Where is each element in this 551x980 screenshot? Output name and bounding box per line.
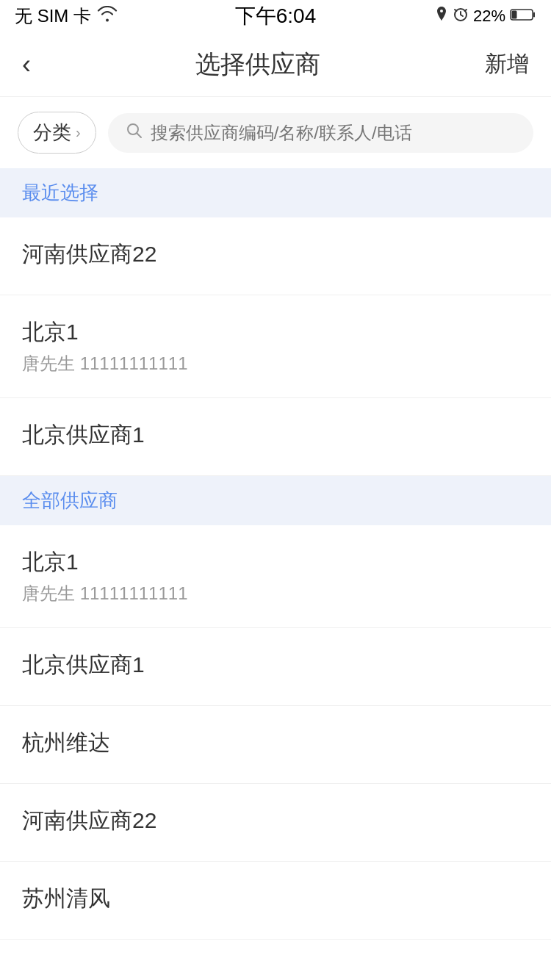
location-icon <box>435 6 448 26</box>
item-name: 苏州清风 <box>22 884 529 914</box>
item-name: 北京1 <box>22 547 529 577</box>
search-bar: 分类 › <box>0 97 551 168</box>
item-name: 河南供应商22 <box>22 239 529 270</box>
item-sub: 唐先生 11111111111 <box>22 582 529 605</box>
nav-bar: ‹ 选择供应商 新增 <box>0 32 551 97</box>
alarm-icon <box>453 6 469 26</box>
page-title: 选择供应商 <box>195 48 320 82</box>
recent-items-list: 河南供应商22北京1唐先生 11111111111北京供应商1 <box>0 217 551 476</box>
item-name: 北京1 <box>22 317 529 347</box>
list-item[interactable]: 河南供应商22 <box>0 784 551 862</box>
item-name: 北京供应商1 <box>22 420 529 450</box>
battery-icon <box>510 7 536 26</box>
status-left: 无 SIM 卡 <box>15 4 118 28</box>
list-item[interactable]: 苏州清风 <box>0 862 551 940</box>
filter-label: 分类 <box>33 120 71 145</box>
all-items-list: 北京1唐先生 11111111111北京供应商1杭州维达河南供应商22苏州清风 <box>0 525 551 940</box>
list-item[interactable]: 北京供应商1 <box>0 398 551 476</box>
back-button[interactable]: ‹ <box>22 49 31 80</box>
search-input-wrap[interactable] <box>108 113 533 153</box>
filter-button[interactable]: 分类 › <box>18 112 96 154</box>
add-button[interactable]: 新增 <box>485 49 529 79</box>
search-input[interactable] <box>151 123 516 143</box>
list-item[interactable]: 杭州维达 <box>0 706 551 784</box>
item-name: 杭州维达 <box>22 728 529 758</box>
filter-arrow-icon: › <box>76 124 81 141</box>
status-time: 下午6:04 <box>235 2 317 30</box>
item-sub: 唐先生 11111111111 <box>22 352 529 375</box>
recent-section-label: 最近选择 <box>22 181 98 203</box>
status-bar: 无 SIM 卡 下午6:04 22% <box>0 0 551 32</box>
search-icon <box>126 122 143 144</box>
list-item[interactable]: 北京供应商1 <box>0 628 551 706</box>
item-name: 北京供应商1 <box>22 650 529 680</box>
all-section-header: 全部供应商 <box>0 476 551 525</box>
recent-section-header: 最近选择 <box>0 168 551 217</box>
status-right: 22% <box>435 6 536 26</box>
svg-rect-2 <box>512 11 517 19</box>
all-section-label: 全部供应商 <box>22 489 118 511</box>
battery-text: 22% <box>473 7 505 26</box>
carrier-label: 无 SIM 卡 <box>15 4 91 28</box>
list-item[interactable]: 河南供应商22 <box>0 217 551 295</box>
wifi-icon <box>97 6 118 26</box>
item-name: 河南供应商22 <box>22 806 529 836</box>
list-item[interactable]: 北京1唐先生 11111111111 <box>0 525 551 628</box>
list-item[interactable]: 北京1唐先生 11111111111 <box>0 295 551 398</box>
